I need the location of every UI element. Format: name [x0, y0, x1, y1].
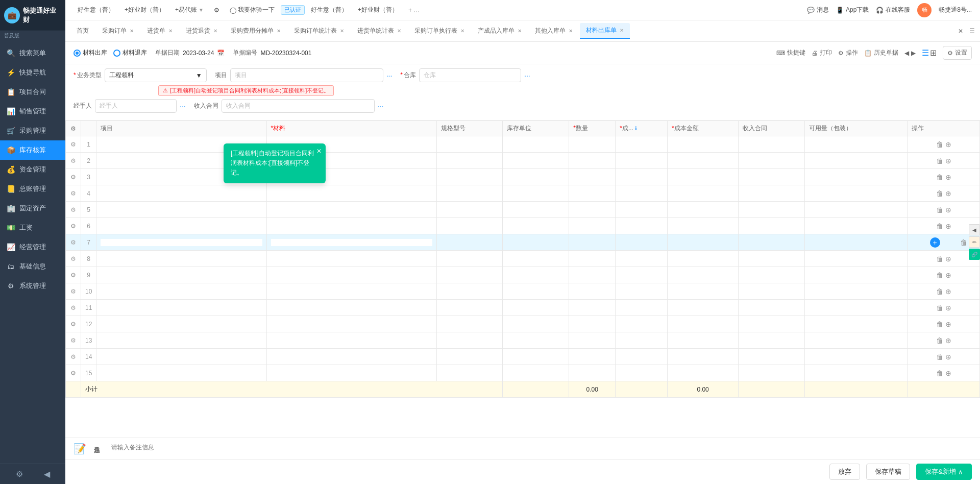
sidebar-item-ops[interactable]: 📈 经营管理 [0, 237, 65, 257]
app-download-btn[interactable]: 📱 App下载 [836, 6, 869, 14]
project-cell[interactable] [96, 267, 266, 283]
income-contract-cell[interactable] [739, 218, 805, 234]
save-draft-button[interactable]: 保存草稿 [866, 464, 910, 480]
tab-home[interactable]: 首页 [70, 23, 95, 38]
cost-price-cell[interactable] [616, 251, 668, 267]
message-btn[interactable]: 💬 消息 [807, 6, 829, 14]
cost-price-cell[interactable] [616, 169, 668, 185]
cost-price-cell[interactable] [616, 365, 668, 381]
cost-price-cell[interactable] [616, 332, 668, 349]
spec-cell[interactable] [436, 218, 503, 234]
close-all-btn[interactable]: ✕ [958, 28, 963, 35]
sidebar-item-inventory[interactable]: 📦 库存核算 [0, 140, 65, 160]
spec-cell[interactable] [436, 251, 503, 267]
quantity-cell[interactable] [569, 251, 616, 267]
tab-purchase-order[interactable]: 采购订单 ✕ [96, 23, 140, 38]
global-nav-agent[interactable]: +易代账 ▼ [171, 4, 208, 16]
copy-icon[interactable]: ⊕ [945, 336, 951, 345]
income-contract-dots-btn[interactable]: ··· [378, 102, 384, 110]
settings-bottom-icon[interactable]: ⚙ [16, 469, 23, 479]
available-cell[interactable] [804, 267, 908, 283]
user-name[interactable]: 畅捷通8号... [939, 6, 972, 14]
tab-goods-in[interactable]: 进货单 ✕ [141, 23, 179, 38]
next-btn[interactable]: ▶ [911, 50, 916, 57]
warehouse-input[interactable]: 仓库 [419, 68, 521, 82]
material-cell[interactable] [266, 218, 436, 234]
global-nav-more1[interactable]: 好生意（普） [307, 4, 352, 16]
quantity-cell[interactable] [569, 218, 616, 234]
copy-icon[interactable]: ⊕ [945, 222, 951, 230]
income-contract-cell[interactable] [739, 300, 805, 316]
spec-cell[interactable] [436, 185, 503, 202]
copy-icon[interactable]: ⊕ [945, 353, 951, 361]
quantity-cell[interactable] [569, 185, 616, 202]
unit-cell[interactable] [503, 365, 569, 381]
project-cell[interactable] [96, 218, 266, 234]
available-cell[interactable] [804, 169, 908, 185]
income-contract-cell[interactable] [739, 283, 805, 300]
available-cell[interactable] [804, 136, 908, 153]
income-contract-cell[interactable] [739, 153, 805, 169]
copy-icon[interactable]: ⊕ [945, 304, 951, 312]
tab-close-icon[interactable]: ✕ [569, 28, 573, 34]
global-experience-btn[interactable]: ◯ 我要体验一下 [226, 4, 279, 16]
quickkey-btn[interactable]: ⌨ 快捷键 [776, 49, 805, 57]
spec-cell[interactable] [436, 316, 503, 332]
cost-price-cell[interactable] [616, 234, 668, 251]
tab-goods-stats[interactable]: 进货单统计表 ✕ [351, 23, 407, 38]
delete-icon[interactable]: 🗑 [960, 238, 967, 247]
cost-amount-cell[interactable] [668, 202, 739, 218]
quantity-cell[interactable] [569, 153, 616, 169]
tab-close-icon[interactable]: ✕ [213, 28, 217, 34]
delete-icon[interactable]: 🗑 [936, 271, 943, 279]
business-type-input[interactable]: 工程领料 ▼ [105, 68, 207, 82]
delete-icon[interactable]: 🗑 [936, 173, 943, 181]
copy-icon[interactable]: ⊕ [945, 320, 951, 328]
copy-icon[interactable]: ⊕ [945, 369, 951, 377]
user-avatar[interactable]: 畅 [917, 3, 932, 17]
cost-price-cell[interactable] [616, 300, 668, 316]
project-cell[interactable] [96, 365, 266, 381]
quantity-cell[interactable] [569, 202, 616, 218]
sidebar-item-project[interactable]: 📋 项目合同 [0, 82, 65, 102]
cost-amount-cell[interactable] [668, 169, 739, 185]
project-cell[interactable] [96, 332, 266, 349]
spec-cell[interactable] [436, 349, 503, 365]
income-contract-cell[interactable] [739, 202, 805, 218]
available-cell[interactable] [804, 365, 908, 381]
delete-icon[interactable]: 🗑 [936, 157, 943, 165]
doc-num-value[interactable]: MD-20230324-001 [260, 50, 311, 57]
prev-btn[interactable]: ◀ [904, 50, 909, 57]
project-input[interactable]: 项目 [230, 68, 383, 82]
available-cell[interactable] [804, 234, 908, 251]
unit-cell[interactable] [503, 332, 569, 349]
unit-cell[interactable] [503, 300, 569, 316]
income-contract-cell[interactable] [739, 185, 805, 202]
date-value[interactable]: 2023-03-24 [183, 50, 214, 57]
tab-close-icon[interactable]: ✕ [130, 28, 134, 34]
copy-icon[interactable]: ⊕ [945, 271, 951, 279]
tab-close-icon[interactable]: ✕ [277, 28, 281, 34]
material-cell-input[interactable] [271, 239, 432, 246]
quantity-cell[interactable] [569, 300, 616, 316]
unit-cell[interactable] [503, 153, 569, 169]
quantity-cell[interactable] [569, 349, 616, 365]
unit-cell[interactable] [503, 185, 569, 202]
project-cell[interactable] [96, 234, 266, 251]
unit-cell[interactable] [503, 234, 569, 251]
tab-other-in[interactable]: 其他入库单 ✕ [529, 23, 579, 38]
unit-cell[interactable] [503, 218, 569, 234]
spec-cell[interactable] [436, 202, 503, 218]
cost-price-cell[interactable] [616, 267, 668, 283]
cost-amount-cell[interactable] [668, 300, 739, 316]
income-contract-cell[interactable] [739, 169, 805, 185]
cost-price-cell[interactable] [616, 153, 668, 169]
tab-close-icon[interactable]: ✕ [340, 28, 344, 34]
spec-cell[interactable] [436, 332, 503, 349]
unit-cell[interactable] [503, 267, 569, 283]
copy-icon[interactable]: ⊕ [945, 157, 951, 165]
project-cell[interactable] [96, 316, 266, 332]
tab-close-icon[interactable]: ✕ [460, 28, 464, 34]
tab-goods-return[interactable]: 进货退货 ✕ [180, 23, 224, 38]
online-service-btn[interactable]: 🎧 在线客服 [876, 6, 910, 14]
